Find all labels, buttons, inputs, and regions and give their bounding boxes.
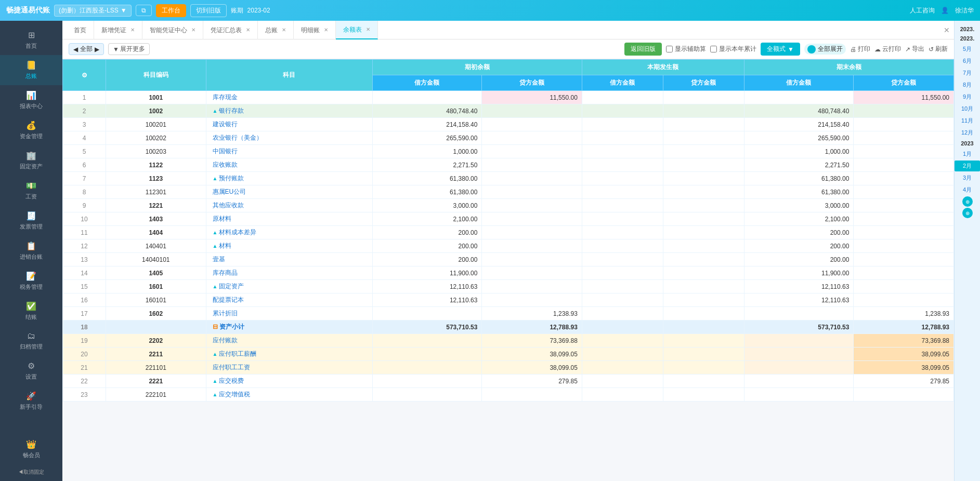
account-name-link[interactable]: 壹基 (213, 256, 225, 263)
row-name[interactable]: 原材料 (206, 212, 372, 226)
account-name-link[interactable]: 中国银行 (213, 148, 238, 155)
settings-col-header[interactable]: ⚙ (63, 60, 106, 91)
right-panel-month-11[interactable]: 11月 (955, 115, 980, 126)
account-name-link[interactable]: 固定资产 (219, 283, 244, 290)
account-name-link[interactable]: 应交增值税 (219, 391, 250, 398)
row-name[interactable]: 惠属EU公司 (206, 185, 372, 199)
account-name-link[interactable]: 农业银行（美金） (213, 134, 263, 141)
row-name[interactable]: 应付账款 (206, 334, 372, 348)
tab-general-ledger[interactable]: 总账 ✕ (258, 21, 294, 39)
account-name-link[interactable]: 库存商品 (213, 269, 238, 276)
row-name[interactable]: ▲ 应付职工薪酬 (206, 348, 372, 361)
row-name[interactable]: 壹基 (206, 253, 372, 266)
print-button[interactable]: 🖨 打印 (850, 45, 870, 54)
right-panel-month-1[interactable]: 1月 (955, 149, 980, 159)
right-panel-circle-1[interactable]: ⊕ (962, 196, 973, 207)
right-panel-month-10[interactable]: 10月 (955, 103, 980, 114)
tab-balance-sheet-close[interactable]: ✕ (366, 20, 370, 39)
row-name[interactable]: ▲ 固定资产 (206, 280, 372, 293)
account-name-link[interactable]: 应交税费 (219, 377, 244, 384)
tab-new-voucher[interactable]: 新增凭证 ✕ (94, 21, 142, 39)
account-name-link[interactable]: 配提票记本 (213, 296, 244, 303)
row-name[interactable]: ▲ 应交增值税 (206, 388, 372, 402)
show-ytd-checkbox[interactable]: 显示本年累计 (710, 45, 756, 54)
sidebar-item-tax[interactable]: 📝 税务管理 (0, 266, 62, 296)
account-name-link[interactable]: 库存现金 (213, 93, 238, 101)
account-name-link[interactable]: 预付账款 (219, 175, 244, 182)
right-panel-month-12[interactable]: 12月 (955, 127, 980, 138)
tab-detail-ledger-close[interactable]: ✕ (324, 21, 328, 39)
show-aux-checkbox[interactable]: 显示辅助算 (666, 45, 706, 54)
account-name-link[interactable]: 原材料 (213, 215, 231, 222)
account-name-link[interactable]: 应付职工工资 (213, 364, 250, 371)
right-panel-month-8[interactable]: 8月 (955, 79, 980, 90)
cloud-print-button[interactable]: ☁ 云打印 (874, 45, 901, 54)
row-name[interactable]: 中国银行 (206, 145, 372, 158)
tab-home[interactable]: 首页 (67, 21, 94, 39)
tab-smart-center[interactable]: 智能凭证中心 ✕ (142, 21, 203, 39)
right-panel-month-6[interactable]: 6月 (955, 56, 980, 66)
row-name[interactable]: ⊟ 资产小计 (206, 320, 372, 334)
tab-voucher-summary[interactable]: 凭证汇总表 ✕ (203, 21, 258, 39)
account-name-link[interactable]: 应收账款 (213, 161, 238, 168)
copy-button[interactable]: ⧉ (136, 5, 152, 16)
row-name[interactable]: ▲ 应交税费 (206, 375, 372, 388)
sidebar-item-fund-management[interactable]: 💰 资金管理 (0, 115, 62, 145)
expand-button[interactable]: ▼ 展开更多 (108, 43, 150, 55)
sidebar-item-new-guide[interactable]: 🚀 新手引导 (0, 386, 62, 416)
sidebar-item-member[interactable]: 👑 畅会员 (0, 434, 62, 463)
row-name[interactable]: 库存商品 (206, 266, 372, 280)
tab-general-ledger-close[interactable]: ✕ (282, 21, 286, 39)
sidebar-item-report-center[interactable]: 📊 报表中心 (0, 85, 62, 115)
right-panel-month-3[interactable]: 3月 (955, 172, 980, 183)
row-name[interactable]: 库存现金 (206, 91, 372, 104)
show-aux-input[interactable] (666, 46, 673, 52)
sidebar-item-general-ledger[interactable]: 📒 总账 (0, 55, 62, 85)
switch-old-button[interactable]: 切到旧版 (190, 4, 227, 17)
tab-smart-center-close[interactable]: ✕ (191, 21, 195, 39)
account-name-link[interactable]: 资产小计 (219, 323, 244, 330)
sidebar-item-settlement[interactable]: ✅ 结账 (0, 296, 62, 326)
return-old-button[interactable]: 返回旧版 (624, 43, 662, 56)
tab-detail-ledger[interactable]: 明细账 ✕ (294, 21, 336, 39)
row-name[interactable]: 其他应收款 (206, 199, 372, 212)
row-name[interactable]: 建设银行 (206, 118, 372, 131)
format-button[interactable]: 全额式 ▼ (761, 43, 800, 56)
company-selector[interactable]: (勿删）江西股圣-LSS ▼ (54, 5, 132, 17)
sidebar-item-invoice[interactable]: 🧾 发票管理 (0, 206, 62, 236)
row-name[interactable]: 应付职工工资 (206, 361, 372, 375)
sidebar-item-purchase-sales[interactable]: 📋 进销台账 (0, 236, 62, 266)
row-name[interactable]: ▲ 材料 (206, 239, 372, 253)
refresh-button[interactable]: ↺ 刷新 (929, 45, 948, 54)
sidebar-item-settings[interactable]: ⚙ 设置 (0, 356, 62, 386)
row-name[interactable]: 累计折旧 (206, 307, 372, 320)
row-name[interactable]: 配提票记本 (206, 293, 372, 307)
show-ytd-input[interactable] (710, 46, 717, 52)
account-name-link[interactable]: 银行存款 (219, 107, 244, 114)
account-name-link[interactable]: 建设银行 (213, 121, 238, 128)
account-name-link[interactable]: 其他应收款 (213, 202, 244, 209)
sidebar-item-home[interactable]: ⊞ 首页 (0, 25, 62, 55)
sidebar-item-archive[interactable]: 🗂 归档管理 (0, 326, 62, 356)
expand-all-toggle[interactable]: 全部展开 (804, 44, 846, 55)
right-panel-circle-2[interactable]: ⊕ (962, 208, 973, 218)
workbench-button[interactable]: 工作台 (156, 4, 186, 17)
row-name[interactable]: ▲ 预付账款 (206, 172, 372, 185)
row-name[interactable]: 应收账款 (206, 158, 372, 172)
right-panel-month-9[interactable]: 9月 (955, 91, 980, 102)
close-all-tabs[interactable]: ✕ (944, 26, 950, 34)
consult-link[interactable]: 人工咨询 (910, 6, 935, 15)
account-name-link[interactable]: 累计折旧 (213, 310, 238, 317)
sidebar-item-fixed-assets[interactable]: 🏢 固定资产 (0, 145, 62, 176)
sidebar-item-payroll[interactable]: 💵 工资 (0, 176, 62, 206)
account-name-link[interactable]: 惠属EU公司 (213, 188, 246, 195)
account-name-link[interactable]: 应付职工薪酬 (219, 350, 256, 357)
filter-tag[interactable]: ◀ 全部 ▶ (69, 43, 104, 55)
account-name-link[interactable]: 材料成本差异 (219, 229, 256, 236)
right-panel-month-7[interactable]: 7月 (955, 68, 980, 78)
right-panel-month-2[interactable]: 2月 (955, 161, 980, 171)
row-name[interactable]: 农业银行（美金） (206, 131, 372, 145)
unpin-button[interactable]: ◀取消固定 (0, 463, 62, 481)
row-name[interactable]: ▲ 银行存款 (206, 104, 372, 118)
tab-balance-sheet[interactable]: 余额表 ✕ (336, 21, 378, 39)
